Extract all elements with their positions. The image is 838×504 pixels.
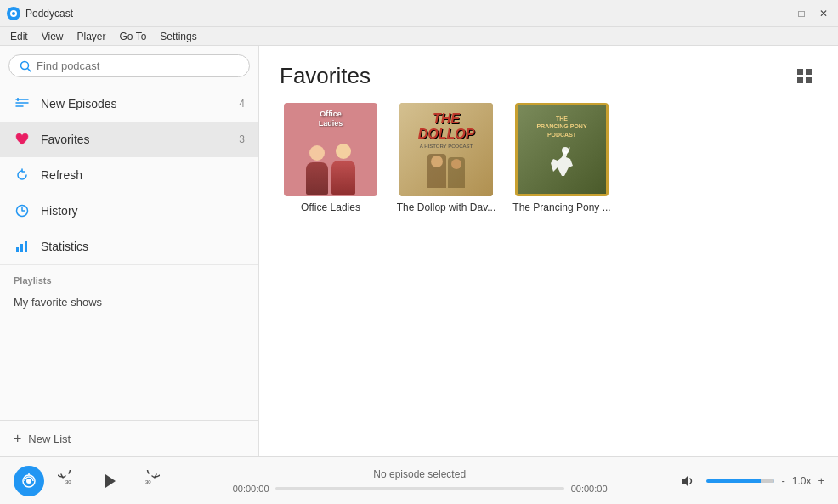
podcast-card-office-ladies[interactable]: OfficeLadies Offic: [280, 103, 382, 436]
podcast-grid: OfficeLadies Offic: [259, 103, 838, 456]
podcast-name-prancing-pony: The Prancing Pony ...: [511, 201, 613, 213]
podcast-thumb-dollop: THEDOLLOP A HISTORY PODCAST: [399, 103, 493, 196]
player-bar: 30 30 No episode selected 00:00:00 00:00…: [0, 456, 838, 504]
menu-settings[interactable]: Settings: [153, 29, 203, 44]
sidebar-item-statistics[interactable]: Statistics: [0, 229, 258, 264]
title-bar: Poddycast – □ ✕: [0, 0, 838, 27]
refresh-icon: [14, 167, 31, 184]
svg-text:30: 30: [145, 479, 151, 484]
search-icon: [20, 60, 31, 72]
sidebar-item-favorites[interactable]: Favorites 3: [0, 122, 258, 157]
podcast-card-dollop[interactable]: THEDOLLOP A HISTORY PODCAST: [395, 103, 497, 436]
nav-badge-favorites: 3: [239, 133, 245, 145]
svg-point-1: [12, 12, 15, 15]
new-list-button[interactable]: + New List: [0, 420, 258, 456]
podcast-thumb-prancing-pony: ThePrancing PonyPodcast: [515, 103, 609, 196]
menu-bar: Edit View Player Go To Settings: [0, 27, 838, 46]
menu-player[interactable]: Player: [70, 29, 112, 44]
sidebar-item-history[interactable]: History: [0, 193, 258, 229]
sidebar-nav: New Episodes 4 Favorites 3: [0, 86, 258, 420]
menu-view[interactable]: View: [35, 29, 71, 44]
podcast-icon: [14, 466, 44, 496]
time-end: 00:00:00: [571, 484, 607, 494]
new-list-label: New List: [28, 433, 71, 445]
progress-row: 00:00:00 00:00:00: [173, 484, 665, 494]
nav-label-favorites: Favorites: [41, 133, 229, 146]
svg-rect-10: [20, 244, 23, 252]
search-input[interactable]: [37, 59, 239, 72]
svg-text:30: 30: [65, 479, 71, 484]
progress-bar[interactable]: [275, 487, 564, 490]
window-controls: – □ ✕: [772, 6, 831, 21]
episode-label: No episode selected: [373, 468, 466, 480]
page-title: Favorites: [280, 63, 371, 89]
grid-view-button[interactable]: [792, 64, 818, 89]
speed-label: 1.0x: [792, 475, 812, 487]
volume-button[interactable]: [676, 469, 699, 493]
app-title: Poddycast: [25, 8, 772, 20]
svg-marker-21: [105, 474, 116, 488]
sidebar-item-new-episodes[interactable]: New Episodes 4: [0, 86, 258, 122]
svg-rect-11: [25, 241, 27, 252]
history-icon: [14, 202, 31, 219]
svg-rect-15: [806, 77, 812, 83]
volume-bar[interactable]: [706, 479, 774, 483]
svg-rect-12: [797, 69, 803, 75]
main-area: New Episodes 4 Favorites 3: [0, 46, 838, 456]
player-timeline: No episode selected 00:00:00 00:00:00: [173, 468, 665, 494]
menu-goto[interactable]: Go To: [113, 29, 154, 44]
nav-label-history: History: [41, 204, 235, 218]
nav-label-statistics: Statistics: [41, 240, 235, 253]
svg-point-18: [26, 479, 31, 484]
svg-rect-14: [797, 77, 803, 83]
skip-back-button[interactable]: 30: [54, 467, 83, 496]
app-icon: [7, 7, 20, 20]
minimize-button[interactable]: –: [772, 6, 787, 21]
view-toggle: [792, 64, 818, 89]
nav-badge-new-episodes: 4: [239, 98, 245, 110]
podcast-card-prancing-pony[interactable]: ThePrancing PonyPodcast The Prancing Pon…: [511, 103, 613, 436]
speed-plus: +: [818, 474, 824, 487]
skip-forward-button[interactable]: 30: [134, 467, 163, 496]
sidebar: New Episodes 4 Favorites 3: [0, 46, 259, 456]
svg-line-3: [28, 68, 31, 71]
menu-edit[interactable]: Edit: [3, 29, 35, 44]
heart-icon: [14, 131, 31, 148]
playlists-section-label: Playlists: [0, 264, 258, 289]
svg-marker-23: [682, 475, 688, 487]
content-area: Favorites OfficeLadies: [259, 46, 838, 456]
play-button[interactable]: [93, 466, 124, 496]
list-icon: [14, 95, 31, 112]
nav-label-new-episodes: New Episodes: [41, 97, 229, 110]
search-box[interactable]: [8, 54, 250, 77]
nav-label-refresh: Refresh: [41, 168, 235, 182]
podcast-name-office-ladies: Office Ladies: [280, 201, 382, 213]
podcast-name-dollop: The Dollop with Dav...: [395, 201, 497, 213]
svg-rect-13: [806, 69, 812, 75]
time-start: 00:00:00: [233, 484, 269, 494]
maximize-button[interactable]: □: [794, 6, 809, 21]
playlist-item-favorites[interactable]: My favorite shows: [0, 289, 258, 315]
stats-icon: [14, 238, 31, 255]
content-header: Favorites: [259, 46, 838, 103]
speed-dash: -: [781, 474, 784, 487]
plus-icon: +: [14, 431, 21, 446]
close-button[interactable]: ✕: [816, 6, 831, 21]
player-right-controls: - 1.0x +: [676, 469, 824, 493]
podcast-thumb-office-ladies: OfficeLadies: [284, 103, 377, 196]
sidebar-item-refresh[interactable]: Refresh: [0, 157, 258, 193]
svg-rect-9: [16, 247, 19, 252]
